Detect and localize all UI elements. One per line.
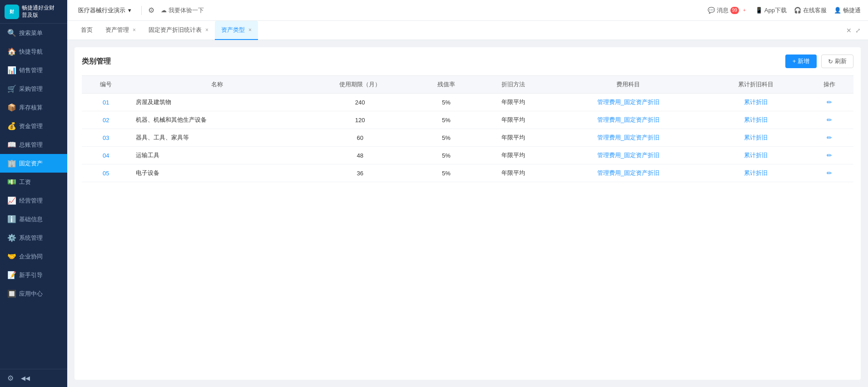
table-row: 01房屋及建筑物2405%年限平均管理费用_固定资产折旧累计折旧✏: [82, 94, 853, 111]
sidebar-item-icon-app-center: 🔲: [7, 289, 15, 298]
cell-residual-1: 5%: [416, 111, 476, 129]
cell-method-1: 年限平均: [476, 111, 550, 129]
cell-period-1: 120: [304, 111, 416, 129]
cell-expense-3: 管理费用_固定资产折旧: [550, 147, 706, 164]
tabs-right-actions: ✕ ⤢: [846, 27, 861, 34]
messages-badge: 99: [730, 7, 739, 14]
module-selector[interactable]: 医疗器械行业演示 ▾: [74, 5, 135, 16]
tab-close-asset-type[interactable]: ×: [248, 27, 252, 33]
col-header-0: 编号: [82, 76, 130, 94]
sidebar-item-icon-quick-nav: 🏠: [7, 47, 15, 56]
sidebar-item-operations[interactable]: 📈经营管理: [0, 191, 67, 210]
cell-expense-0: 管理费用_固定资产折旧: [550, 94, 706, 111]
tab-depreciation-stats[interactable]: 固定资产折旧统计表×: [142, 21, 215, 40]
tab-close-asset-mgmt[interactable]: ×: [133, 27, 136, 33]
sidebar-item-system[interactable]: ⚙️系统管理: [0, 228, 67, 247]
tab-expand-icon[interactable]: ⤢: [855, 27, 861, 34]
messages-badge-plus: +: [741, 7, 748, 14]
sidebar-item-sales[interactable]: 📊销售管理: [0, 61, 67, 79]
sidebar-item-icon-fixed-assets: 🏢: [7, 159, 15, 168]
sidebar-settings-icon[interactable]: ⚙: [7, 374, 14, 382]
app-download-button[interactable]: 📱 App下载: [755, 6, 787, 15]
table-row: 04运输工具485%年限平均管理费用_固定资产折旧累计折旧✏: [82, 147, 853, 164]
cell-id-1[interactable]: 02: [82, 111, 130, 129]
sidebar-item-label-salary: 工资: [19, 178, 31, 186]
cell-action-1[interactable]: ✏: [805, 111, 853, 129]
tab-label-asset-mgmt: 资产管理: [105, 26, 129, 34]
customer-service-label: 在线客服: [803, 6, 827, 15]
tab-close-icon[interactable]: ✕: [846, 27, 852, 34]
sidebar-item-purchase[interactable]: 🛒采购管理: [0, 79, 67, 98]
sidebar-item-inventory[interactable]: 📦库存核算: [0, 98, 67, 117]
table-row: 05电子设备365%年限平均管理费用_固定资产折旧累计折旧✏: [82, 164, 853, 182]
sidebar-item-label-ledger: 总账管理: [19, 141, 43, 149]
cell-id-3[interactable]: 04: [82, 147, 130, 164]
cell-action-3[interactable]: ✏: [805, 147, 853, 164]
cell-accumulated-4: 累计折旧: [706, 164, 805, 182]
refresh-label: 刷新: [835, 57, 847, 65]
refresh-icon: ↻: [828, 58, 833, 65]
sidebar-bottom: ⚙ ◀◀: [0, 369, 67, 387]
sidebar-item-icon-funds: 💰: [7, 122, 15, 130]
trial-cloud-icon: ☁: [161, 7, 167, 14]
sidebar-item-icon-inventory: 📦: [7, 103, 15, 112]
sidebar: 财 畅捷通好业财 普及版 🔍搜索菜单🏠快捷导航📊销售管理🛒采购管理📦库存核算💰资…: [0, 0, 67, 387]
tab-label-home: 首页: [81, 26, 93, 34]
page-actions: + 新增 ↻ 刷新: [785, 55, 853, 68]
col-header-2: 使用期限（月）: [304, 76, 416, 94]
tab-close-depreciation-stats[interactable]: ×: [205, 27, 208, 33]
main-area: 医疗器械行业演示 ▾ ⚙ ☁ 我要体验一下 💬 消息 99 + 📱 App下载 …: [67, 0, 868, 387]
cell-action-0[interactable]: ✏: [805, 94, 853, 111]
table-header: 编号名称使用期限（月）残值率折旧方法费用科目累计折旧科目操作: [82, 76, 853, 94]
tab-asset-mgmt[interactable]: 资产管理×: [99, 21, 142, 40]
sidebar-item-funds[interactable]: 💰资金管理: [0, 117, 67, 135]
sidebar-item-icon-guide: 📝: [7, 271, 15, 279]
cell-id-4[interactable]: 05: [82, 164, 130, 182]
sidebar-item-salary[interactable]: 💵工资: [0, 173, 67, 191]
cell-action-2[interactable]: ✏: [805, 129, 853, 147]
table-row: 03器具、工具、家具等605%年限平均管理费用_固定资产折旧累计折旧✏: [82, 129, 853, 147]
sidebar-item-guide[interactable]: 📝新手引导: [0, 266, 67, 284]
col-header-3: 残值率: [416, 76, 476, 94]
col-header-5: 费用科目: [550, 76, 706, 94]
sidebar-item-search[interactable]: 🔍搜索菜单: [0, 24, 67, 42]
cell-accumulated-3: 累计折旧: [706, 147, 805, 164]
sidebar-item-label-funds: 资金管理: [19, 122, 43, 130]
sidebar-item-label-sales: 销售管理: [19, 66, 43, 74]
sidebar-item-app-center[interactable]: 🔲应用中心: [0, 284, 67, 303]
new-button[interactable]: + 新增: [785, 55, 817, 68]
col-header-6: 累计折旧科目: [706, 76, 805, 94]
tab-home[interactable]: 首页: [74, 21, 99, 40]
sidebar-item-enterprise[interactable]: 🤝企业协同: [0, 247, 67, 266]
cell-action-4[interactable]: ✏: [805, 164, 853, 182]
topbar-gear-icon[interactable]: ⚙: [148, 6, 154, 15]
tab-asset-type[interactable]: 资产类型×: [215, 21, 258, 40]
cell-name-1: 机器、机械和其他生产设备: [130, 111, 305, 129]
sidebar-item-basic-info[interactable]: ℹ️基础信息: [0, 210, 67, 228]
customer-service-button[interactable]: 🎧 在线客服: [794, 6, 827, 15]
topbar-divider: [141, 6, 142, 15]
messages-icon: 💬: [708, 7, 715, 14]
sidebar-item-fixed-assets[interactable]: 🏢固定资产: [0, 154, 67, 173]
cell-residual-3: 5%: [416, 147, 476, 164]
messages-button[interactable]: 💬 消息 99 +: [708, 6, 748, 15]
trial-button[interactable]: ☁ 我要体验一下: [161, 6, 204, 15]
main-content: 类别管理 + 新增 ↻ 刷新 编号名称使用期限（月）残值率折旧方法费用科目累计折…: [67, 40, 868, 387]
sidebar-collapse-icon[interactable]: ◀◀: [21, 375, 30, 382]
cell-name-2: 器具、工具、家具等: [130, 129, 305, 147]
sidebar-item-quick-nav[interactable]: 🏠快捷导航: [0, 42, 67, 61]
cell-id-0[interactable]: 01: [82, 94, 130, 111]
cell-period-2: 60: [304, 129, 416, 147]
tabs-bar: 首页资产管理×固定资产折旧统计表×资产类型× ✕ ⤢: [67, 21, 868, 40]
cell-accumulated-2: 累计折旧: [706, 129, 805, 147]
refresh-button[interactable]: ↻ 刷新: [821, 55, 853, 68]
user-avatar-button[interactable]: 👤 畅捷通: [834, 6, 861, 15]
logo-text: 畅捷通好业财 普及版: [22, 5, 55, 19]
cell-id-2[interactable]: 03: [82, 129, 130, 147]
sidebar-item-icon-ledger: 📖: [7, 140, 15, 149]
cell-name-3: 运输工具: [130, 147, 305, 164]
sidebar-item-ledger[interactable]: 📖总账管理: [0, 135, 67, 154]
page-header: 类别管理 + 新增 ↻ 刷新: [82, 55, 853, 68]
trial-label: 我要体验一下: [169, 6, 204, 15]
cell-accumulated-0: 累计折旧: [706, 94, 805, 111]
